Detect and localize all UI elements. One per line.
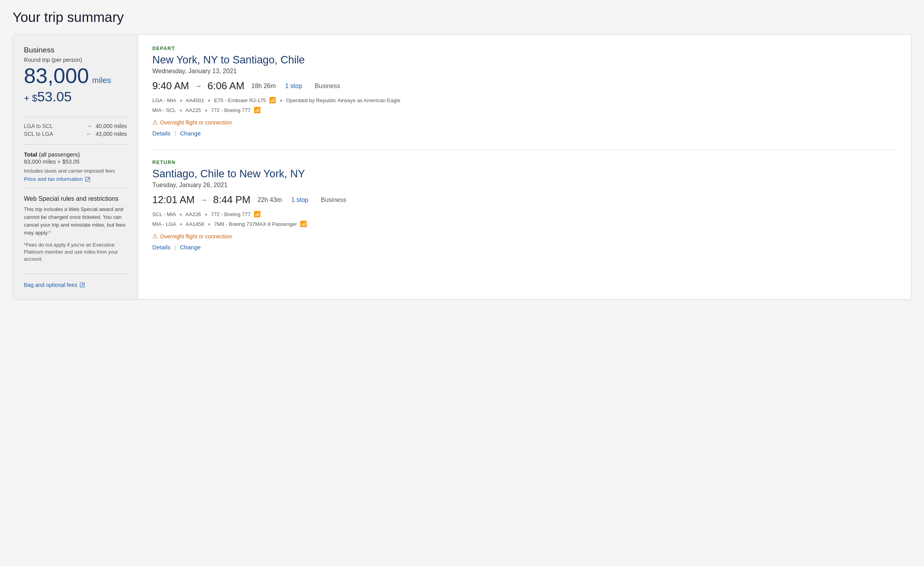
total-section: Total (all passengers) 83,000 miles + $5… (24, 151, 127, 182)
wifi-icon-3: 📶 (254, 209, 261, 219)
summary-panel: Business Round trip (per person) 83,000 … (13, 35, 138, 299)
divider-3 (24, 188, 127, 188)
includes-text: Includes taxes and carrier-imposed fees (24, 168, 127, 174)
depart-leg2-flight: AA225 (186, 107, 201, 113)
depart-leg1-route: LGA - MIA (152, 97, 176, 103)
return-cabin: Business (321, 196, 346, 204)
depart-overnight-warning: ⚠ Overnight flight or connection (152, 119, 897, 126)
return-legs: SCL - MIA ● AA226 ● 772 - Boeing 777 📶 M… (152, 209, 897, 229)
return-leg1-route: SCL - MIA (152, 211, 176, 217)
wifi-icon-2: 📶 (254, 105, 261, 115)
depart-actions: Details | Change (152, 130, 897, 137)
depart-tag: DEPART (152, 46, 897, 51)
depart-route: New York, NY to Santiago, Chile (152, 54, 897, 66)
external-link-icon-2: ↗ (80, 283, 85, 287)
depart-leg1-aircraft: E75 - Embraer RJ-175 (214, 97, 266, 103)
depart-times-row: 9:40 AM → 6:06 AM 18h 26m 1 stop Busines… (152, 80, 897, 92)
tax-amount: + $53.05 (24, 89, 127, 105)
flights-panel: DEPART New York, NY to Santiago, Chile W… (138, 35, 911, 299)
wifi-icon-1: 📶 (269, 96, 276, 105)
depart-time: 9:40 AM (152, 80, 189, 92)
depart-section: DEPART New York, NY to Santiago, Chile W… (152, 46, 897, 137)
bag-fees-link[interactable]: Bag and optional fees ↗ (24, 282, 127, 288)
tax-prefix: + $ (24, 93, 37, 103)
depart-stops-link[interactable]: 1 stop (285, 83, 302, 90)
return-leg2-aircraft: 7M8 - Boeing 737MAX 8 Passenger (214, 221, 297, 227)
warning-icon-2: ⚠ (152, 233, 158, 240)
return-tag: RETURN (152, 160, 897, 165)
price-tax-link[interactable]: Price and tax information ↗ (24, 176, 90, 182)
trip-type-label: Round trip (per person) (24, 57, 127, 63)
depart-leg1-operated: Operated by Republic Airways as American… (286, 97, 401, 103)
total-value: 83,000 miles + $53.05 (24, 159, 127, 165)
divider-1 (24, 117, 127, 117)
return-times-row: 12:01 AM → 8:44 PM 22h 43m 1 stop Busine… (152, 194, 897, 205)
web-special-text: This trip includes a Web Special award a… (24, 205, 127, 237)
return-arrive-time: 8:44 PM (213, 194, 250, 205)
return-stops-link[interactable]: 1 stop (291, 196, 309, 204)
tax-value: 53.05 (37, 89, 72, 104)
lga-scl-miles: 40,000 miles (96, 123, 127, 129)
return-leg2-flight: AA1458 (186, 221, 204, 227)
action-divider-2: | (174, 244, 176, 251)
page-title: Your trip summary (13, 9, 911, 25)
depart-legs: LGA - MIA ● AA4501 ● E75 - Embraer RJ-17… (152, 96, 897, 115)
miles-row: 83,000 miles (24, 65, 127, 87)
scl-lga-arrow: ← 43,000 miles (86, 131, 127, 137)
action-divider-1: | (174, 130, 176, 137)
external-link-icon: ↗ (85, 177, 90, 182)
arrow-icon: → (195, 82, 202, 90)
depart-overnight-text: Overnight flight or connection (160, 119, 232, 126)
depart-details-link[interactable]: Details (152, 130, 170, 137)
miles-label: miles (92, 76, 111, 85)
web-special-title: Web Special rules and restrictions (24, 195, 127, 202)
lga-scl-arrow: → 40,000 miles (86, 123, 127, 129)
scl-lga-label: SCL to LGA (24, 131, 53, 137)
depart-change-link[interactable]: Change (180, 130, 200, 137)
lga-scl-label: LGA to SCL (24, 123, 53, 129)
depart-date: Wednesday, January 13, 2021 (152, 68, 897, 75)
scl-lga-row: SCL to LGA ← 43,000 miles (24, 131, 127, 137)
wifi-icon-4: 📶 (300, 219, 307, 229)
return-leg1-aircraft: 772 - Boeing 777 (211, 211, 251, 217)
return-leg2-route: MIA - LGA (152, 221, 176, 227)
total-qualifier: (all passengers) (39, 151, 80, 158)
miles-amount: 83,000 (24, 65, 89, 87)
return-leg1-flight: AA226 (186, 211, 201, 217)
return-actions: Details | Change (152, 244, 897, 251)
return-section: RETURN Santiago, Chile to New York, NY T… (152, 160, 897, 251)
exec-platinum-text: *Fees do not apply if you're an Executiv… (24, 242, 127, 263)
depart-duration: 18h 26m (251, 83, 276, 90)
trip-summary-card: Business Round trip (per person) 83,000 … (13, 34, 911, 299)
lga-scl-row: LGA to SCL → 40,000 miles (24, 123, 127, 129)
cabin-class-label: Business (24, 46, 127, 54)
return-duration: 22h 43m (258, 196, 282, 204)
return-change-link[interactable]: Change (180, 244, 200, 251)
return-overnight-warning: ⚠ Overnight flight or connection (152, 233, 897, 240)
return-route: Santiago, Chile to New York, NY (152, 168, 897, 180)
return-arrow-icon: → (200, 196, 208, 204)
scl-lga-miles: 43,000 miles (96, 131, 127, 137)
depart-cabin: Business (315, 83, 340, 90)
divider-2 (24, 144, 127, 144)
return-depart-time: 12:01 AM (152, 194, 195, 205)
return-overnight-text: Overnight flight or connection (160, 233, 232, 240)
return-details-link[interactable]: Details (152, 244, 170, 251)
divider-4 (24, 274, 127, 274)
depart-leg2-aircraft: 772 - Boeing 777 (211, 107, 251, 113)
total-label: Total (all passengers) (24, 151, 127, 158)
arrive-time: 6:06 AM (208, 80, 244, 92)
warning-icon-1: ⚠ (152, 119, 158, 126)
depart-leg2-route: MIA - SCL (152, 107, 176, 113)
return-date: Tuesday, January 26, 2021 (152, 182, 897, 189)
section-divider (152, 150, 897, 150)
depart-leg1-flight: AA4501 (186, 97, 204, 103)
